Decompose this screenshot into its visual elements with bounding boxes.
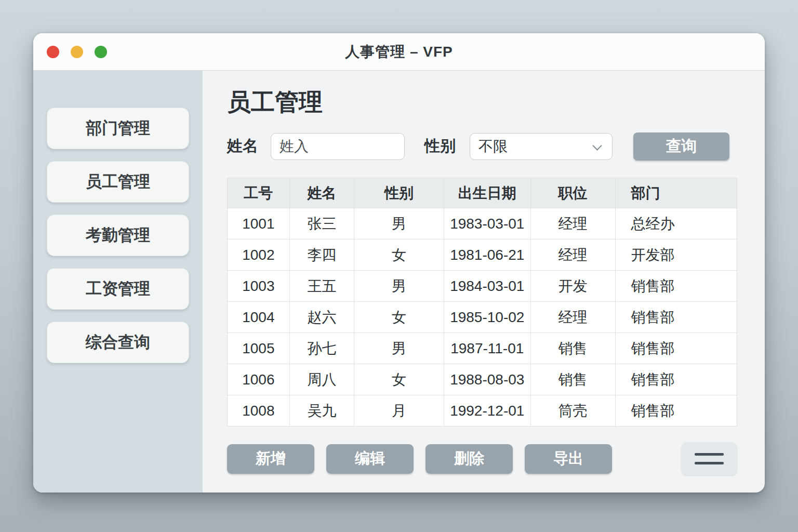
sidebar-item-department-management[interactable]: 部门管理: [47, 108, 189, 149]
table-header-row: 工号 姓名 性别 出生日期 职位 部门: [228, 178, 737, 208]
close-icon[interactable]: [47, 46, 59, 58]
cell-department: 销售部: [615, 271, 737, 302]
cell-position: 经理: [530, 302, 615, 333]
cell-id: 1002: [228, 240, 290, 271]
sidebar-item-comprehensive-query[interactable]: 综合查询: [47, 322, 189, 363]
sidebar-item-salary-management[interactable]: 工资管理: [47, 268, 189, 310]
cell-id: 1008: [228, 395, 290, 427]
sidebar-item-attendance-management[interactable]: 考勤管理: [47, 215, 189, 256]
cell-birthdate: 1984-03-01: [444, 271, 530, 302]
name-input[interactable]: [271, 133, 405, 160]
cell-position: 销售: [530, 364, 615, 395]
cell-position: 开发: [530, 271, 615, 302]
table-row[interactable]: 1001 张三 男 1983-03-01 经理 总经办: [228, 208, 737, 240]
sidebar-item-employee-management[interactable]: 员工管理: [47, 161, 189, 203]
gender-select-value: 不限: [478, 137, 508, 156]
table-row[interactable]: 1002 李四 女 1981-06-21 经理 开发部: [228, 240, 737, 271]
cell-department: 销售部: [615, 395, 737, 427]
cell-birthdate: 1992-12-01: [444, 395, 530, 427]
cell-id: 1003: [228, 271, 290, 302]
delete-button[interactable]: 删除: [425, 444, 513, 474]
cell-position: 销售: [530, 333, 615, 364]
cell-name: 吴九: [289, 395, 354, 427]
cell-birthdate: 1983-03-01: [444, 208, 530, 240]
cell-gender: 女: [354, 364, 444, 395]
action-bar: 新增 编辑 删除 导出: [227, 442, 737, 475]
cell-birthdate: 1985-10-02: [444, 302, 530, 333]
cell-name: 孙七: [289, 333, 354, 364]
table-row[interactable]: 1003 王五 男 1984-03-01 开发 销售部: [228, 271, 737, 302]
sidebar-item-label: 考勤管理: [86, 224, 150, 246]
cell-name: 周八: [289, 364, 354, 395]
cell-gender: 女: [354, 302, 444, 333]
column-header-department: 部门: [615, 178, 737, 208]
main-content: 员工管理 姓名 性别 不限 查询 工号 姓: [203, 71, 765, 493]
cell-department: 开发部: [615, 240, 737, 271]
gender-select[interactable]: 不限: [470, 133, 613, 160]
cell-position: 经理: [530, 208, 615, 240]
column-header-id: 工号: [228, 178, 290, 208]
cell-birthdate: 1987-11-01: [444, 333, 530, 364]
cell-birthdate: 1981-06-21: [444, 240, 530, 271]
cell-id: 1004: [228, 302, 290, 333]
hamburger-icon: [695, 462, 724, 464]
cell-position: 筒壳: [530, 395, 615, 427]
cell-department: 销售部: [615, 364, 737, 395]
add-button[interactable]: 新增: [227, 444, 314, 474]
sidebar: 部门管理 员工管理 考勤管理 工资管理 综合查询: [33, 71, 203, 493]
export-button[interactable]: 导出: [525, 444, 612, 474]
sidebar-item-label: 员工管理: [86, 171, 150, 193]
cell-id: 1001: [228, 208, 290, 240]
title-bar: 人事管理 – VFP: [33, 33, 765, 71]
table-row[interactable]: 1004 赵六 女 1985-10-02 经理 销售部: [228, 302, 737, 333]
name-filter-label: 姓名: [227, 136, 258, 157]
cell-birthdate: 1988-08-03: [444, 364, 530, 395]
traffic-lights: [47, 46, 107, 58]
table-row[interactable]: 1006 周八 女 1988-08-03 销售 销售部: [228, 364, 737, 395]
cell-id: 1006: [228, 364, 290, 395]
cell-name: 赵六: [289, 302, 354, 333]
cell-gender: 男: [354, 208, 444, 240]
app-window: 人事管理 – VFP 部门管理 员工管理 考勤管理 工资管理 综合查询 员工管理…: [33, 33, 765, 493]
cell-gender: 月: [354, 395, 444, 427]
page-title: 员工管理: [227, 86, 765, 118]
sidebar-item-label: 部门管理: [86, 117, 150, 139]
cell-department: 销售部: [615, 333, 737, 364]
cell-id: 1005: [228, 333, 290, 364]
cell-name: 李四: [289, 240, 354, 271]
cell-department: 销售部: [615, 302, 737, 333]
chevron-down-icon: [592, 141, 602, 150]
cell-gender: 男: [354, 333, 444, 364]
filter-bar: 姓名 性别 不限 查询: [227, 132, 765, 161]
search-button[interactable]: 查询: [633, 132, 729, 161]
cell-gender: 女: [354, 240, 444, 271]
column-header-birthdate: 出生日期: [444, 178, 530, 208]
hamburger-icon: [695, 453, 724, 456]
minimize-icon[interactable]: [71, 46, 83, 58]
maximize-icon[interactable]: [95, 46, 107, 58]
cell-name: 张三: [289, 208, 354, 240]
column-header-name: 姓名: [289, 178, 354, 208]
menu-button[interactable]: [681, 442, 737, 475]
table-row[interactable]: 1005 孙七 男 1987-11-01 销售 销售部: [228, 333, 737, 364]
window-title: 人事管理 – VFP: [345, 42, 453, 62]
sidebar-item-label: 综合查询: [86, 331, 150, 353]
cell-department: 总经办: [615, 208, 737, 240]
column-header-position: 职位: [530, 178, 615, 208]
column-header-gender: 性别: [354, 178, 444, 208]
cell-gender: 男: [354, 271, 444, 302]
cell-position: 经理: [530, 240, 615, 271]
cell-name: 王五: [289, 271, 354, 302]
table-row[interactable]: 1008 吴九 月 1992-12-01 筒壳 销售部: [228, 395, 737, 427]
edit-button[interactable]: 编辑: [326, 444, 414, 474]
employee-table: 工号 姓名 性别 出生日期 职位 部门 1001 张三 男 1983-03-01: [227, 178, 737, 427]
gender-filter-label: 性别: [424, 136, 456, 157]
sidebar-item-label: 工资管理: [86, 278, 150, 300]
